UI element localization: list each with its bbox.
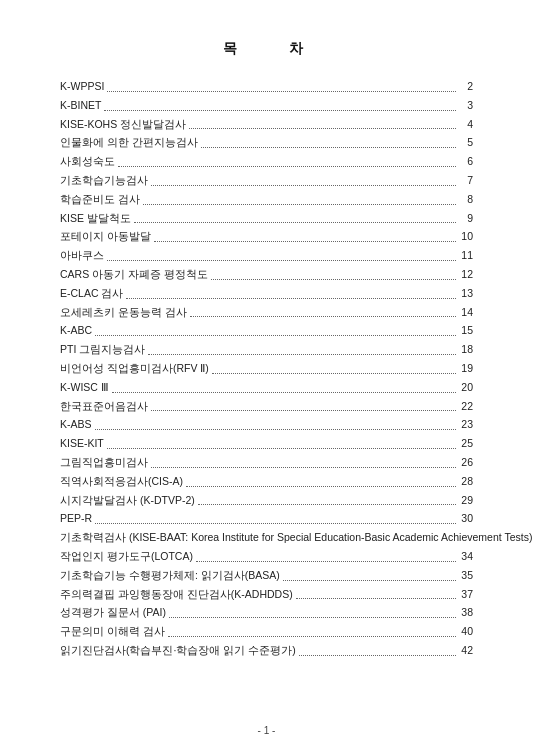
toc-item: 사회성숙도6 bbox=[60, 153, 473, 170]
toc-item-page: 28 bbox=[459, 473, 473, 490]
toc-item-label: K-BINET bbox=[60, 97, 101, 114]
toc-item-label: 기초학습기능검사 bbox=[60, 172, 148, 189]
toc-item-label: 시지각발달검사 (K-DTVP-2) bbox=[60, 492, 195, 509]
toc-item-page: 14 bbox=[459, 304, 473, 321]
toc-item-page: 34 bbox=[459, 548, 473, 565]
toc-item: 한국표준어음검사22 bbox=[60, 398, 473, 415]
toc-item: 비언어성 직업흥미검사(RFV Ⅱ)19 bbox=[60, 360, 473, 377]
toc-item-page: 40 bbox=[459, 623, 473, 640]
toc-item-label: KISE-KIT bbox=[60, 435, 104, 452]
toc-item-page: 11 bbox=[459, 247, 473, 264]
toc-item: 인물화에 의한 간편지능검사5 bbox=[60, 134, 473, 151]
toc-item: K-ABC15 bbox=[60, 322, 473, 339]
toc-item-page: 15 bbox=[459, 322, 473, 339]
toc-item-dots bbox=[211, 279, 456, 280]
toc-item-label: 성격평가 질문서 (PAI) bbox=[60, 604, 166, 621]
toc-item: 읽기진단검사(학습부진·학습장애 읽기 수준평가)42 bbox=[60, 642, 473, 659]
toc-item-dots bbox=[95, 523, 456, 524]
toc-item-label: 구문의미 이해력 검사 bbox=[60, 623, 165, 640]
toc-item-dots bbox=[104, 110, 456, 111]
toc-item-page: 9 bbox=[459, 210, 473, 227]
toc-item-dots bbox=[168, 636, 456, 637]
toc-item-page: 19 bbox=[459, 360, 473, 377]
toc-item-dots bbox=[134, 222, 456, 223]
toc-item: 기초학습기능 수행평가체제: 읽기검사(BASA)35 bbox=[60, 567, 473, 584]
toc-item-dots bbox=[118, 166, 456, 167]
toc-item-page: 4 bbox=[459, 116, 473, 133]
toc-item-dots bbox=[196, 561, 456, 562]
toc-item-dots bbox=[112, 392, 456, 393]
toc-item-label: CARS 아동기 자폐증 평정척도 bbox=[60, 266, 208, 283]
toc-item-dots bbox=[107, 448, 456, 449]
toc-item-page: 35 bbox=[459, 567, 473, 584]
toc-item: KISE-KOHS 정신발달검사4 bbox=[60, 116, 473, 133]
toc-item-label: 사회성숙도 bbox=[60, 153, 115, 170]
toc-item-dots bbox=[212, 373, 456, 374]
toc-item-page: 18 bbox=[459, 341, 473, 358]
toc-item: 성격평가 질문서 (PAI)38 bbox=[60, 604, 473, 621]
toc-item-page: 37 bbox=[459, 586, 473, 603]
toc-item-label: K-WISC Ⅲ bbox=[60, 379, 109, 396]
toc-item: PEP-R30 bbox=[60, 510, 473, 527]
toc-item-dots bbox=[95, 335, 456, 336]
toc-item-page: 5 bbox=[459, 134, 473, 151]
toc-item: 구문의미 이해력 검사40 bbox=[60, 623, 473, 640]
toc-item-dots bbox=[154, 241, 456, 242]
toc-item-label: PTI 그림지능검사 bbox=[60, 341, 145, 358]
toc-item-label: 읽기진단검사(학습부진·학습장애 읽기 수준평가) bbox=[60, 642, 296, 659]
toc-item-dots bbox=[151, 467, 456, 468]
toc-item: K-WPPSI2 bbox=[60, 78, 473, 95]
toc-item-page: 10 bbox=[459, 228, 473, 245]
toc-item-label: 그림직업흥미검사 bbox=[60, 454, 148, 471]
toc-list: K-WPPSI2K-BINET3KISE-KOHS 정신발달검사4인물화에 의한… bbox=[60, 78, 473, 659]
toc-item-label: 한국표준어음검사 bbox=[60, 398, 148, 415]
toc-item-page: 29 bbox=[459, 492, 473, 509]
toc-item-label: KISE-KOHS 정신발달검사 bbox=[60, 116, 186, 133]
toc-item-dots bbox=[190, 316, 456, 317]
toc-item-dots bbox=[296, 598, 456, 599]
toc-item: E-CLAC 검사13 bbox=[60, 285, 473, 302]
toc-item: 기초학습기능검사7 bbox=[60, 172, 473, 189]
toc-item-dots bbox=[126, 298, 456, 299]
toc-item-page: 8 bbox=[459, 191, 473, 208]
toc-item-dots bbox=[143, 204, 456, 205]
toc-item-label: 아바쿠스 bbox=[60, 247, 104, 264]
toc-item-label: E-CLAC 검사 bbox=[60, 285, 123, 302]
toc-item: PTI 그림지능검사18 bbox=[60, 341, 473, 358]
toc-item-dots bbox=[169, 617, 456, 618]
toc-item-dots bbox=[186, 486, 456, 487]
toc-item: 직역사회적응검사(CIS-A)28 bbox=[60, 473, 473, 490]
toc-item-page: 3 bbox=[459, 97, 473, 114]
toc-item-label: 주의력결핍 과잉행동장애 진단검사(K-ADHDDS) bbox=[60, 586, 293, 603]
toc-item-page: 12 bbox=[459, 266, 473, 283]
toc-item-page: 13 bbox=[459, 285, 473, 302]
toc-item: K-BINET3 bbox=[60, 97, 473, 114]
toc-title: 목 차 bbox=[60, 40, 473, 58]
toc-item: 학습준비도 검사8 bbox=[60, 191, 473, 208]
toc-item-page: 20 bbox=[459, 379, 473, 396]
toc-item: 포테이지 아동발달10 bbox=[60, 228, 473, 245]
toc-item: KISE-KIT25 bbox=[60, 435, 473, 452]
toc-item: KISE 발달척도9 bbox=[60, 210, 473, 227]
toc-item-dots bbox=[283, 580, 456, 581]
toc-item-dots bbox=[201, 147, 456, 148]
toc-item-label: K-ABC bbox=[60, 322, 92, 339]
toc-item: 오세레츠키 운동능력 검사14 bbox=[60, 304, 473, 321]
toc-item-dots bbox=[189, 128, 456, 129]
toc-item-dots bbox=[107, 260, 456, 261]
toc-item-label: K-ABS bbox=[60, 416, 92, 433]
page-footer: - 1 - bbox=[0, 725, 533, 736]
toc-item-page: 42 bbox=[459, 642, 473, 659]
toc-item-dots bbox=[148, 354, 456, 355]
toc-item-page: 6 bbox=[459, 153, 473, 170]
toc-item-label: 기초학력검사 (KISE-BAAT: Korea Institute for S… bbox=[60, 529, 532, 546]
toc-item-label: 학습준비도 검사 bbox=[60, 191, 140, 208]
toc-item-label: 기초학습기능 수행평가체제: 읽기검사(BASA) bbox=[60, 567, 280, 584]
toc-item: CARS 아동기 자폐증 평정척도12 bbox=[60, 266, 473, 283]
toc-item: 주의력결핍 과잉행동장애 진단검사(K-ADHDDS)37 bbox=[60, 586, 473, 603]
toc-item: 그림직업흥미검사26 bbox=[60, 454, 473, 471]
toc-item-label: 인물화에 의한 간편지능검사 bbox=[60, 134, 198, 151]
toc-item-page: 23 bbox=[459, 416, 473, 433]
toc-item: K-ABS23 bbox=[60, 416, 473, 433]
toc-item-page: 26 bbox=[459, 454, 473, 471]
